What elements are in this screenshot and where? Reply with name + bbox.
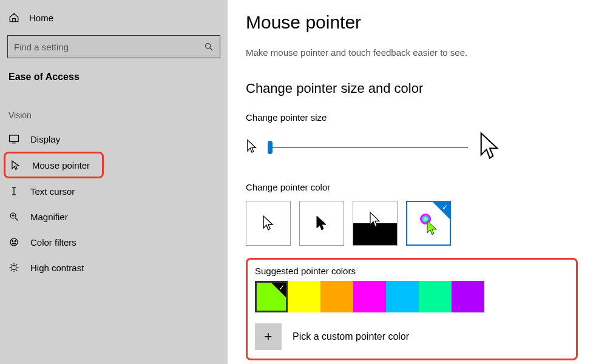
section-heading: Change pointer size and color: [246, 81, 578, 96]
color-option-inverted[interactable]: [353, 201, 398, 246]
svg-line-8: [15, 218, 18, 221]
svg-point-12: [12, 241, 13, 242]
svg-rect-2: [10, 135, 19, 142]
swatch-cyan[interactable]: [386, 281, 419, 312]
sidebar-home[interactable]: Home: [0, 6, 228, 29]
sidebar-item-color-filters[interactable]: Color filters: [0, 229, 228, 255]
home-icon: [8, 12, 19, 23]
sidebar-item-label: High contrast: [30, 263, 84, 273]
category-title: Ease of Access: [0, 69, 228, 90]
svg-line-24: [16, 265, 18, 266]
swatch-purple[interactable]: [452, 281, 484, 312]
pick-custom-color-label: Pick a custom pointer color: [293, 331, 409, 342]
check-icon: ✓: [442, 203, 448, 212]
svg-line-1: [210, 48, 212, 50]
search-icon: [204, 42, 214, 52]
sidebar-item-label: Text cursor: [30, 186, 75, 197]
svg-line-22: [16, 270, 18, 271]
color-option-black[interactable]: [299, 201, 344, 246]
page-title: Mouse pointer: [246, 12, 578, 33]
sidebar-item-mouse-pointer[interactable]: Mouse pointer: [4, 152, 104, 178]
display-icon: [8, 133, 19, 144]
page-description: Make mouse pointer and touch feedback ea…: [246, 47, 578, 58]
plus-icon: +: [255, 323, 282, 350]
swatch-lime[interactable]: ✓: [255, 281, 288, 312]
check-icon: ✓: [279, 283, 285, 292]
sidebar-item-label: Mouse pointer: [32, 160, 90, 170]
sidebar-item-magnifier[interactable]: Magnifier: [0, 204, 228, 229]
sidebar-item-high-contrast[interactable]: High contrast: [0, 255, 228, 280]
sidebar-item-text-cursor[interactable]: Text cursor: [0, 178, 228, 204]
slider-thumb[interactable]: [268, 141, 273, 154]
color-filters-icon: [8, 237, 19, 248]
text-cursor-icon: [8, 186, 19, 197]
pointer-size-slider[interactable]: [268, 147, 468, 148]
pointer-color-label: Change pointer color: [246, 182, 578, 192]
sidebar-home-label: Home: [29, 13, 53, 23]
svg-point-16: [12, 265, 16, 270]
search-input[interactable]: [14, 42, 204, 52]
sidebar-item-display[interactable]: Display: [0, 126, 228, 152]
svg-point-15: [15, 243, 16, 244]
sidebar-item-label: Magnifier: [30, 212, 68, 222]
search-box[interactable]: [7, 35, 220, 58]
high-contrast-icon: [8, 262, 19, 273]
mouse-pointer-icon: [10, 160, 21, 170]
sidebar-item-label: Display: [30, 134, 60, 144]
suggested-colors-section: Suggested pointer colors ✓ + Pick a cust…: [246, 258, 578, 360]
color-option-white[interactable]: [246, 201, 291, 246]
svg-point-11: [10, 238, 18, 246]
svg-line-23: [11, 270, 12, 271]
small-cursor-icon: [246, 139, 258, 157]
magnifier-icon: [8, 211, 19, 222]
swatch-magenta[interactable]: [353, 281, 386, 312]
svg-point-13: [15, 241, 16, 242]
svg-line-21: [11, 265, 12, 266]
suggested-colors-label: Suggested pointer colors: [255, 266, 569, 276]
swatch-spring-green[interactable]: [419, 281, 452, 312]
suggested-swatches: ✓: [255, 281, 569, 312]
sidebar-item-label: Color filters: [30, 237, 76, 248]
section-label: Vision: [0, 90, 228, 126]
pointer-size-label: Change pointer size: [246, 112, 578, 123]
svg-point-14: [13, 243, 14, 244]
large-cursor-icon: [478, 131, 502, 164]
svg-point-0: [206, 44, 211, 49]
color-option-custom[interactable]: ✓: [406, 201, 451, 246]
swatch-yellow[interactable]: [288, 281, 320, 312]
swatch-orange[interactable]: [320, 281, 353, 312]
pick-custom-color-button[interactable]: + Pick a custom pointer color: [255, 323, 569, 350]
